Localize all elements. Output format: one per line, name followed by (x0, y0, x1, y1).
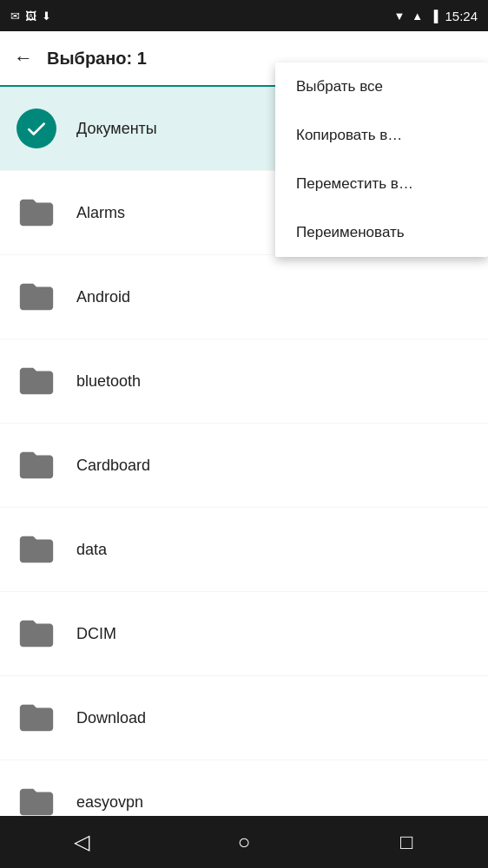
context-menu-rename[interactable]: Переименовать (275, 208, 488, 257)
main-content: ← Выбрано: 1 Выбрать все Копировать в… П… (0, 31, 488, 816)
folder-icon-bluetooth (14, 361, 59, 401)
file-item-name-android: Android (76, 288, 130, 306)
folder-icon-data (14, 529, 59, 569)
page-title: Выбрано: 1 (47, 49, 147, 69)
list-item[interactable]: bluetooth (0, 339, 488, 423)
folder-icon-easyovpn (14, 782, 59, 816)
nav-home-button[interactable]: ○ (218, 816, 270, 868)
file-item-name-alarms: Alarms (76, 204, 125, 222)
file-item-name-dcim: DCIM (76, 625, 116, 643)
check-icon (16, 108, 56, 148)
status-time: 15:24 (445, 9, 478, 23)
image-icon: 🖼 (25, 10, 36, 23)
file-item-name-data: data (76, 541, 107, 559)
nav-recent-button[interactable]: □ (380, 816, 432, 868)
battery-icon: ▐ (430, 10, 438, 23)
context-menu-copy-to[interactable]: Копировать в… (275, 111, 488, 160)
back-button[interactable]: ← (14, 47, 33, 69)
folder-icon-cardboard (14, 445, 59, 485)
list-item[interactable]: data (0, 508, 488, 591)
list-item[interactable]: Download (0, 676, 488, 760)
folder-icon-android (14, 277, 59, 317)
file-item-icon-documents (14, 108, 59, 148)
folder-icon-dcim (14, 614, 59, 654)
file-item-name-documents: Документы (76, 120, 157, 138)
status-bar: ✉ 🖼 ⬇ ▼ ▲ ▐ 15:24 (0, 0, 488, 31)
list-item[interactable]: Cardboard (0, 424, 488, 507)
file-item-name-bluetooth: bluetooth (76, 372, 141, 391)
notification-icon: ✉ (10, 10, 20, 23)
list-item[interactable]: Android (0, 255, 488, 339)
list-item[interactable]: DCIM (0, 592, 488, 675)
folder-icon-download (14, 698, 59, 738)
nav-back-button[interactable]: ◁ (56, 816, 108, 868)
context-menu-select-all[interactable]: Выбрать все (275, 62, 488, 111)
folder-icon-alarms (14, 193, 59, 233)
file-item-name-cardboard: Cardboard (76, 457, 150, 475)
list-item[interactable]: easyovpn (0, 760, 488, 816)
download-notif-icon: ⬇ (42, 10, 51, 23)
status-bar-left-icons: ✉ 🖼 ⬇ (10, 10, 51, 23)
app-bar: ← Выбрано: 1 Выбрать все Копировать в… П… (0, 31, 488, 87)
file-item-name-easyovpn: easyovpn (76, 793, 143, 812)
signal-icon: ▲ (412, 10, 423, 23)
file-item-name-download: Download (76, 709, 146, 727)
nav-bar: ◁ ○ □ (0, 816, 488, 868)
wifi-icon: ▼ (393, 10, 405, 23)
context-menu-move-to[interactable]: Переместить в… (275, 160, 488, 208)
context-menu: Выбрать все Копировать в… Переместить в…… (275, 62, 488, 257)
